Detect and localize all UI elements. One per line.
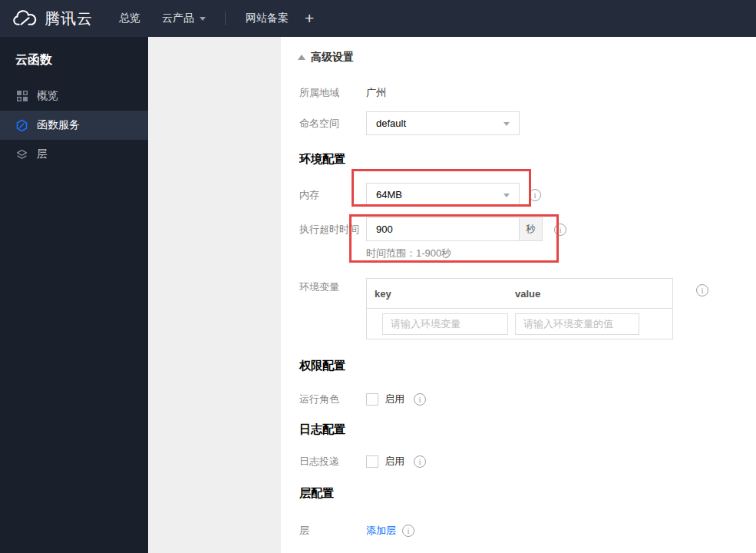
run-role-label: 运行角色 [299,392,366,406]
advanced-settings-toggle[interactable]: 高级设置 [298,51,756,64]
permission-config-title: 权限配置 [281,358,756,373]
log-shipping-enable-checkbox[interactable] [366,455,378,468]
env-vars-label: 环境变量 [299,280,366,294]
env-value-cell [515,313,672,335]
secondary-panel [148,37,281,553]
brand-name: 腾讯云 [45,8,93,29]
nav-item-cloud-products[interactable]: 云产品 [162,12,206,25]
sidebar-item-overview[interactable]: 概览 [0,81,148,111]
sidebar-title: 云函数 [0,37,148,68]
main-content: 高级设置 所属地域 广州 命名空间 default 环境配置 内存 64MB i… [281,37,756,553]
sidebar: 云函数 概览 函数服务 [0,37,148,553]
add-tab-button[interactable]: + [305,9,314,28]
memory-label: 内存 [299,188,366,202]
timeout-hint: 时间范围：1-900秒 [281,247,756,257]
run-role-info-icon[interactable]: i [414,393,426,406]
log-shipping-enable-label: 启用 [385,455,404,469]
env-key-cell [367,313,515,335]
sidebar-item-label: 概览 [37,89,58,103]
run-role-enable-label: 启用 [385,392,404,406]
env-vars-table: key value [366,278,673,339]
sidebar-item-layers[interactable]: 层 [0,140,148,169]
memory-selected-value: 64MB [376,189,402,200]
chevron-down-icon [503,122,510,129]
log-config-title: 日志配置 [281,422,756,436]
env-value-input[interactable] [515,313,639,335]
timeout-unit-addon: 秒 [520,217,543,241]
layer-row: 层 添加层 i [281,524,756,538]
nav-item-overview[interactable]: 总览 [119,12,140,25]
memory-row: 内存 64MB i [281,183,756,207]
layer-config-title: 层配置 [281,485,756,500]
nav-divider [225,12,226,25]
nav-item-icp-filing[interactable]: 网站备案 [246,12,289,25]
env-value-header: value [515,288,672,300]
nav-item-label: 云产品 [162,12,194,25]
timeout-row: 执行超时时间 秒 i [281,217,756,241]
tencent-cloud-logo-icon [12,9,38,28]
app-window: 腾讯云 总览 云产品 网站备案 + 云函数 概览 [0,0,756,553]
sidebar-item-label: 层 [37,147,48,161]
triangle-up-icon [298,51,305,60]
namespace-label: 命名空间 [299,117,366,131]
layers-icon [15,148,28,161]
sidebar-item-label: 函数服务 [37,118,80,132]
log-shipping-row: 日志投递 启用 i [281,455,756,469]
timeout-input[interactable] [366,217,520,241]
region-label: 所属地域 [299,86,366,100]
layer-label: 层 [299,524,366,538]
top-nav: 腾讯云 总览 云产品 网站备案 + [0,0,756,37]
region-row: 所属地域 广州 [281,86,756,100]
sidebar-item-function-service[interactable]: 函数服务 [0,111,148,140]
namespace-select[interactable]: default [366,111,520,135]
timeout-info-icon[interactable]: i [554,224,566,236]
grid-icon [15,90,28,103]
namespace-row: 命名空间 default [281,111,756,135]
brand[interactable]: 腾讯云 [12,8,93,29]
env-vars-header-row: key value [367,279,672,309]
timeout-label: 执行超时时间 [299,223,366,237]
run-role-row: 运行角色 启用 i [281,392,756,406]
memory-select[interactable]: 64MB [366,183,520,207]
add-layer-info-icon[interactable]: i [402,525,414,537]
env-config-title: 环境配置 [281,151,756,166]
memory-info-icon[interactable]: i [529,189,541,201]
namespace-selected-value: default [376,118,406,129]
log-shipping-label: 日志投递 [299,455,366,469]
chevron-down-icon [503,194,510,200]
env-key-input[interactable] [382,313,508,335]
nav-menu: 总览 云产品 网站备案 + [119,0,314,37]
env-key-header: key [367,288,515,300]
timeout-input-group: 秒 [366,217,543,241]
env-vars-input-row [367,309,672,339]
run-role-enable-checkbox[interactable] [366,393,378,406]
region-value: 广州 [366,86,386,100]
chevron-down-icon [200,17,206,24]
advanced-settings-label: 高级设置 [311,51,354,65]
add-layer-link[interactable]: 添加层 [366,524,396,538]
hexagon-function-icon [15,119,28,132]
env-vars-row: 环境变量 key value i [281,278,756,339]
log-shipping-info-icon[interactable]: i [414,455,426,468]
env-vars-info-icon[interactable]: i [696,284,708,296]
